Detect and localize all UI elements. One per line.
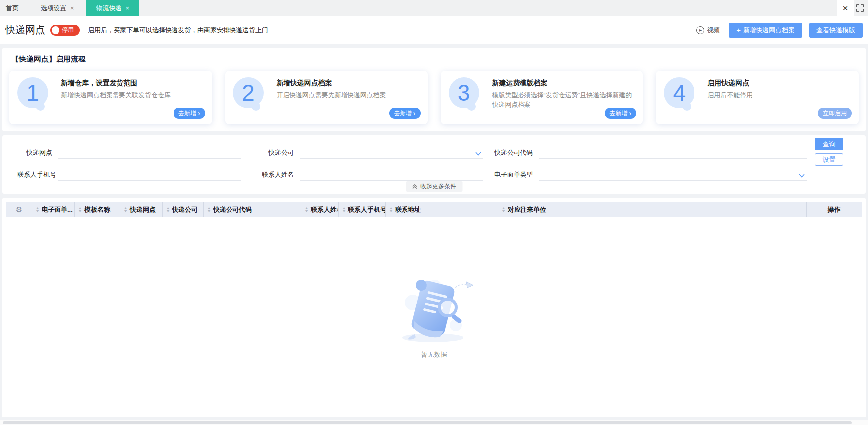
step-card-1: 1 新增仓库，设置发货范围 新增快递网点档案需要关联发货仓仓库 去新增 › <box>9 71 212 124</box>
enable-now-button[interactable]: 立即启用 <box>818 108 852 119</box>
column-label: 操作 <box>828 205 841 214</box>
tab-logistics-express[interactable]: 物流快递 × <box>86 0 140 16</box>
sort-icon[interactable]: ▲▼ <box>305 207 308 213</box>
sort-icon[interactable]: ▲▼ <box>78 207 82 213</box>
view-express-template-button[interactable]: 查看快递模版 <box>809 23 863 38</box>
page-title: 快递网点 <box>5 23 45 37</box>
tab-close-icon[interactable]: × <box>70 5 74 11</box>
status-badge: 停用 <box>62 26 74 34</box>
column-label: 快递公司代码 <box>213 205 252 214</box>
contact-phone-input[interactable] <box>58 168 241 181</box>
go-add-button[interactable]: 去新增 › <box>605 108 637 119</box>
column-header-actions: 操作 <box>807 202 862 217</box>
step-number-badge: 2 <box>233 77 264 108</box>
column-label: 对应往来单位 <box>508 205 546 214</box>
contact-name-input[interactable] <box>300 168 483 181</box>
horizontal-scrollbar-thumb[interactable] <box>3 421 852 424</box>
empty-text: 暂无数据 <box>421 350 447 359</box>
empty-state: 暂无数据 <box>6 217 862 359</box>
sort-icon[interactable]: ▲▼ <box>342 207 346 213</box>
double-chevron-up-icon <box>412 184 417 189</box>
express-company-select[interactable] <box>300 146 483 159</box>
tab-bar: 首页 选项设置 × 物流快递 × × <box>0 0 868 16</box>
go-add-button[interactable]: 去新增 › <box>389 108 421 119</box>
filter-express-company: 快递公司 <box>260 146 483 159</box>
column-label: 联系人姓名 <box>311 205 339 214</box>
column-header-counterpart-unit[interactable]: ▲▼ 对应往来单位 <box>498 202 807 217</box>
chevron-right-icon: › <box>198 110 200 117</box>
tab-home[interactable]: 首页 <box>0 0 25 16</box>
chevron-right-icon: › <box>629 110 632 117</box>
chevron-right-icon: › <box>413 110 416 117</box>
column-label: 电子面单... <box>42 205 73 214</box>
button-label: 立即启用 <box>823 109 847 118</box>
tab-label: 物流快递 <box>96 4 122 13</box>
step-card-3: 3 新建运费模版档案 模版类型必须选择“发货仓运费”且快递选择新建的快递网点档案… <box>441 71 643 124</box>
step-description: 新增快递网点档案需要关联发货仓仓库 <box>61 90 205 100</box>
tab-close-icon[interactable]: × <box>126 5 130 11</box>
column-header-contact-phone[interactable]: ▲▼ 联系人手机号 <box>339 202 386 217</box>
column-label: 快递公司 <box>172 205 198 214</box>
step-title: 新增快递网点档案 <box>277 79 421 88</box>
column-header-waybill[interactable]: ▲▼ 电子面单... <box>32 202 75 217</box>
window-close-button[interactable]: × <box>837 0 854 16</box>
add-express-branch-button[interactable]: + 新增快递网点档案 <box>729 23 802 38</box>
column-settings-cell: ⚙ <box>6 202 32 217</box>
settings-button[interactable]: 设置 <box>815 153 843 166</box>
filter-contact-phone: 联系人手机号 <box>17 168 241 181</box>
table-header-row: ⚙ ▲▼ 电子面单... ▲▼ 模板名称 ▲▼ 快递网点 ▲▼ 快递公司 ▲▼ … <box>6 202 862 217</box>
column-label: 联系人手机号 <box>348 205 386 214</box>
search-button[interactable]: 查询 <box>815 138 843 150</box>
page-header: 快递网点 停用 启用后，买家下单可以选择快递发货，由商家安排快递送货上门 ▶ 视… <box>0 16 868 44</box>
sort-icon[interactable]: ▲▼ <box>502 207 505 213</box>
step-description: 启用后不能停用 <box>707 90 852 100</box>
step-number: 1 <box>17 77 48 108</box>
field-label: 快递公司 <box>260 148 300 159</box>
sort-icon[interactable]: ▲▼ <box>389 207 393 213</box>
status-toggle[interactable]: 停用 <box>50 25 80 36</box>
step-title: 新建运费模版档案 <box>492 79 637 88</box>
step-number-badge: 3 <box>449 77 479 108</box>
collapse-more-conditions[interactable]: 收起更多条件 <box>406 181 462 192</box>
fullscreen-button[interactable] <box>853 0 866 16</box>
plus-icon: + <box>736 26 741 34</box>
express-branch-table: ⚙ ▲▼ 电子面单... ▲▼ 模板名称 ▲▼ 快递网点 ▲▼ 快递公司 ▲▼ … <box>2 198 866 417</box>
step-description: 开启快递网点需要先新增快递网点档案 <box>277 90 421 100</box>
play-icon: ▶ <box>696 26 704 34</box>
no-data-illustration <box>387 267 481 346</box>
column-header-contact-address[interactable]: ▲▼ 联系地址 <box>386 202 498 217</box>
window-close-icon: × <box>842 3 848 13</box>
waybill-type-select[interactable] <box>539 168 807 181</box>
sort-down-icon: ▼ <box>78 210 82 213</box>
column-header-template-name[interactable]: ▲▼ 模板名称 <box>75 202 120 217</box>
company-code-input[interactable] <box>539 146 807 159</box>
tab-options-settings[interactable]: 选项设置 × <box>34 0 81 16</box>
play-glyph: ▶ <box>699 28 702 31</box>
sort-icon[interactable]: ▲▼ <box>36 207 39 213</box>
video-link[interactable]: ▶ 视频 <box>696 26 720 35</box>
column-header-express-branch[interactable]: ▲▼ 快递网点 <box>120 202 163 217</box>
button-label: 去新增 <box>610 109 628 118</box>
sort-down-icon: ▼ <box>166 210 170 213</box>
express-branch-input[interactable] <box>58 146 241 159</box>
column-label: 联系地址 <box>395 205 421 214</box>
sort-down-icon: ▼ <box>342 210 346 213</box>
filter-express-branch: 快递网点 <box>17 146 241 159</box>
column-header-contact-name[interactable]: ▲▼ 联系人姓名 <box>301 202 339 217</box>
gear-icon[interactable]: ⚙ <box>16 205 22 214</box>
sort-icon[interactable]: ▲▼ <box>124 207 127 213</box>
step-number: 2 <box>233 77 264 108</box>
step-title: 新增仓库，设置发货范围 <box>61 79 205 88</box>
column-header-express-company[interactable]: ▲▼ 快递公司 <box>163 202 204 217</box>
sort-icon[interactable]: ▲▼ <box>207 207 211 213</box>
step-card-4: 4 启用快递网点 启用后不能停用 立即启用 <box>656 71 859 124</box>
step-title: 启用快递网点 <box>707 79 852 88</box>
sort-icon[interactable]: ▲▼ <box>166 207 170 213</box>
button-label: 查看快递模版 <box>816 26 855 35</box>
go-add-button[interactable]: 去新增 › <box>174 108 205 119</box>
filter-contact-name: 联系人姓名 <box>260 168 483 181</box>
field-label: 联系人姓名 <box>260 170 300 181</box>
column-header-company-code[interactable]: ▲▼ 快递公司代码 <box>204 202 301 217</box>
enable-flow-panel: 【快递网点】启用流程 1 新增仓库，设置发货范围 新增快递网点档案需要关联发货仓… <box>2 48 866 131</box>
field-label: 快递公司代码 <box>474 148 539 159</box>
